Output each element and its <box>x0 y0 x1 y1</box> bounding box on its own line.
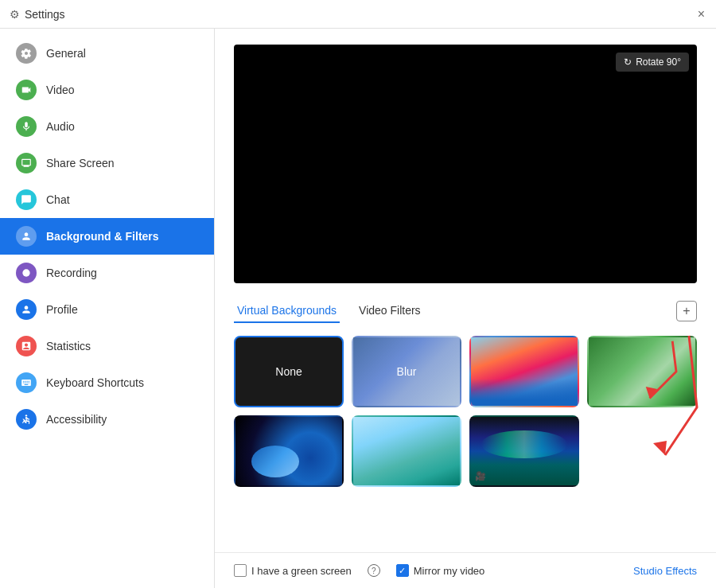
background-none[interactable]: None <box>234 336 344 407</box>
background-palm-label <box>353 417 460 485</box>
green-screen-text: I have a green screen <box>251 565 352 577</box>
sidebar-item-accessibility[interactable]: Accessibility <box>0 401 214 438</box>
sidebar-item-video[interactable]: Video <box>0 72 214 108</box>
help-icon[interactable]: ? <box>368 564 380 577</box>
sidebar-item-audio[interactable]: Audio <box>0 108 214 145</box>
sidebar: General Video Audio Share Screen <box>0 29 215 588</box>
background-earth[interactable] <box>234 415 344 487</box>
background-grass-label <box>589 337 695 406</box>
title-bar: ⚙ Settings × <box>0 0 716 29</box>
background-bridge-label <box>471 337 578 406</box>
sidebar-item-keyboard-shortcuts[interactable]: Keyboard Shortcuts <box>0 364 214 401</box>
sidebar-item-statistics[interactable]: Statistics <box>0 328 214 364</box>
recording-icon <box>16 263 37 283</box>
svg-point-0 <box>22 269 29 276</box>
chat-icon <box>16 189 37 210</box>
sidebar-label-video: Video <box>46 84 75 96</box>
sidebar-item-chat[interactable]: Chat <box>0 181 214 218</box>
background-none-label: None <box>235 337 342 406</box>
background-blur-label: Blur <box>353 337 460 406</box>
title-bar-left: ⚙ Settings <box>10 8 65 21</box>
sidebar-label-keyboard-shortcuts: Keyboard Shortcuts <box>46 376 144 389</box>
sidebar-label-profile: Profile <box>46 303 78 316</box>
accessibility-icon <box>16 409 37 430</box>
green-screen-checkbox[interactable] <box>234 564 247 577</box>
background-bridge[interactable] <box>469 336 579 407</box>
background-grass[interactable] <box>587 336 697 407</box>
general-icon <box>16 43 37 64</box>
sidebar-item-recording[interactable]: Recording <box>0 255 214 291</box>
rotate-label: Rotate 90° <box>636 56 681 68</box>
content-area: ↻ Rotate 90° Virtual Backgrounds Video F… <box>215 29 716 552</box>
mirror-video-label[interactable]: ✓ Mirror my video <box>396 564 485 577</box>
statistics-icon <box>16 336 37 356</box>
background-blur[interactable]: Blur <box>352 336 461 407</box>
sidebar-item-profile[interactable]: Profile <box>0 291 214 328</box>
svg-point-1 <box>25 415 27 416</box>
sidebar-label-share-screen: Share Screen <box>46 157 115 169</box>
title-bar-title: Settings <box>25 8 65 21</box>
main-layout: General Video Audio Share Screen <box>0 29 716 588</box>
sidebar-label-chat: Chat <box>46 193 70 206</box>
studio-effects-link[interactable]: Studio Effects <box>633 565 697 577</box>
add-background-button[interactable]: + <box>676 301 697 321</box>
video-cam-icon: 🎥 <box>475 471 486 481</box>
sidebar-label-statistics: Statistics <box>46 340 91 352</box>
backgrounds-grid: None Blur <box>234 336 697 487</box>
mirror-video-text: Mirror my video <box>414 565 485 577</box>
background-aurora-label <box>471 417 578 485</box>
sidebar-label-background-filters: Background & Filters <box>46 230 159 243</box>
tab-virtual-backgrounds[interactable]: Virtual Backgrounds <box>234 299 340 323</box>
video-preview: ↻ Rotate 90° <box>234 45 697 283</box>
sidebar-label-recording: Recording <box>46 267 97 279</box>
settings-gear-icon: ⚙ <box>10 8 20 21</box>
rotate-icon: ↻ <box>624 56 632 68</box>
sidebar-item-background-filters[interactable]: Background & Filters <box>0 218 214 255</box>
mirror-video-checkbox[interactable]: ✓ <box>396 564 409 577</box>
tabs-row: Virtual Backgrounds Video Filters + <box>234 299 697 323</box>
rotate-button[interactable]: ↻ Rotate 90° <box>616 53 689 72</box>
profile-icon <box>16 299 37 320</box>
background-palm[interactable] <box>352 415 461 487</box>
sidebar-item-share-screen[interactable]: Share Screen <box>0 145 214 181</box>
bottom-bar: I have a green screen ? ✓ Mirror my vide… <box>215 552 716 588</box>
keyboard-shortcuts-icon <box>16 372 37 393</box>
sidebar-item-general[interactable]: General <box>0 35 214 72</box>
sidebar-label-audio: Audio <box>46 120 75 133</box>
background-aurora[interactable]: 🎥 <box>469 415 579 487</box>
background-earth-label <box>235 417 342 485</box>
tab-video-filters[interactable]: Video Filters <box>356 299 424 323</box>
video-icon <box>16 80 37 100</box>
sidebar-label-general: General <box>46 47 86 60</box>
close-button[interactable]: × <box>696 6 706 22</box>
audio-icon <box>16 116 37 137</box>
green-screen-label[interactable]: I have a green screen <box>234 564 352 577</box>
sidebar-label-accessibility: Accessibility <box>46 413 107 426</box>
background-filters-icon <box>16 226 37 247</box>
share-screen-icon <box>16 153 37 173</box>
